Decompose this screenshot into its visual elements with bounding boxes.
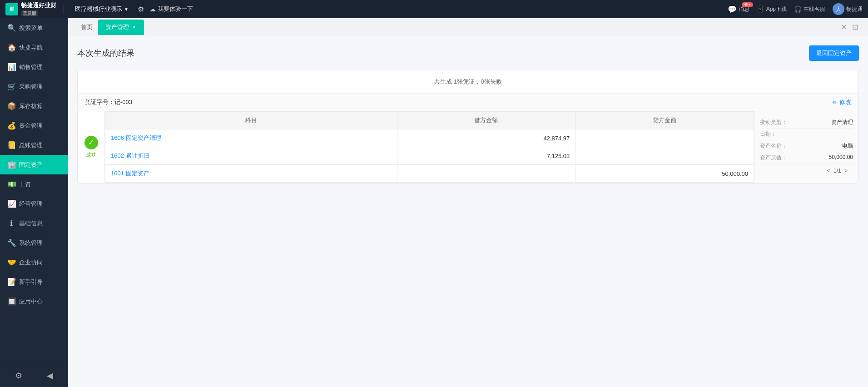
sidebar-label-ledger: 总账管理 [19, 141, 43, 149]
sidebar-label-sales: 销售管理 [19, 63, 43, 71]
voucher-table-wrap: 科目 借方金额 贷方金额 1606 固定资产清理 42,874.97 [105, 111, 754, 183]
sidebar-label-search: 搜索菜单 [19, 24, 43, 32]
app-name: 畅捷通好业财 [21, 1, 56, 10]
page-indicator: 1/1 [833, 168, 841, 174]
row1-debit: 42,874.97 [397, 129, 575, 147]
try-label: 我要体验一下 [158, 5, 193, 13]
change-type-value: 资产清理 [831, 119, 853, 126]
row2-subject[interactable]: 1602 累计折旧 [105, 147, 397, 165]
col-credit: 贷方金额 [575, 112, 754, 129]
col-debit: 借方金额 [397, 112, 575, 129]
try-button[interactable]: ☁ 我要体验一下 [149, 5, 193, 13]
next-page[interactable]: > [844, 168, 848, 174]
sidebar-label-app-center: 应用中心 [19, 298, 43, 306]
original-value-row: 资产原值： 50,000.00 [760, 152, 853, 164]
avatar-initial: 人 [836, 5, 841, 13]
tab-home[interactable]: 首页 [75, 20, 98, 35]
panel-close-button[interactable]: ✕ [838, 22, 849, 32]
page-content: 本次生成的结果 返回固定资产 共生成 1张凭证，0张失败 凭证字号：记-003 … [68, 36, 868, 387]
edit-icon: ✏ [833, 99, 838, 106]
status-column: ✓ 成功 [78, 111, 105, 183]
online-service-action[interactable]: 🎧 在线客服 [794, 5, 825, 13]
online-service-label: 在线客服 [804, 5, 825, 13]
user-action[interactable]: 人 畅捷通 [833, 3, 863, 15]
sidebar-item-quick-nav[interactable]: 🏠 快捷导航 [0, 38, 68, 57]
sidebar-scroll: 🔍 搜索菜单 🏠 快捷导航 📊 销售管理 🛒 采购管理 📦 库存核算 💰 [0, 18, 68, 364]
sidebar-collapse-button[interactable]: ◀ [35, 368, 64, 383]
app-download-label: App下载 [766, 5, 787, 13]
avatar: 人 [833, 3, 844, 15]
original-value-label: 资产原值： [760, 154, 787, 162]
page-title: 本次生成的结果 [77, 48, 134, 59]
sidebar-item-fixed-assets[interactable]: 🏢 固定资产 [0, 155, 68, 174]
content-area: 首页 资产管理 × ✕ ⊡ 本次生成的结果 返回固定资产 共生成 1张凭证，0张… [68, 18, 868, 387]
success-icon: ✓ [84, 136, 98, 149]
cloud-icon: ☁ [149, 5, 156, 13]
company-name: 医疗器械行业演示 [75, 5, 122, 13]
sidebar-item-enterprise[interactable]: 🤝 企业协同 [0, 253, 68, 272]
voucher-section: 凭证字号：记-003 ✏ 修改 ✓ 成功 [78, 94, 858, 183]
edit-button[interactable]: ✏ 修改 [833, 98, 851, 106]
sidebar-item-purchase[interactable]: 🛒 采购管理 [0, 77, 68, 96]
sidebar-item-finance[interactable]: 💰 资金管理 [0, 116, 68, 135]
sidebar-label-basic-info: 基础信息 [19, 219, 43, 228]
date-row: 日期： [760, 129, 853, 140]
sidebar-item-sales[interactable]: 📊 销售管理 [0, 57, 68, 77]
sidebar-item-payroll[interactable]: 💵 工资 [0, 174, 68, 194]
top-header: 财 畅捷通好业财 普及版 医疗器械行业演示 ▼ ⚙ ☁ 我要体验一下 💬 消息 … [0, 0, 868, 18]
row2-credit [575, 147, 754, 165]
table-row: 1602 累计折旧 7,125.03 [105, 147, 754, 165]
row1-subject[interactable]: 1606 固定资产清理 [105, 129, 397, 147]
col-subject: 科目 [105, 112, 397, 129]
message-badge: 99+ [742, 2, 753, 7]
asset-name-value: 电脑 [842, 142, 853, 150]
system-icon: 🔧 [7, 238, 15, 247]
panel-expand-button[interactable]: ⊡ [849, 22, 861, 32]
user-name: 畅捷通 [846, 5, 863, 13]
ledger-icon: 📒 [7, 141, 15, 149]
original-value-value: 50,000.00 [829, 154, 853, 162]
app-center-icon: 🔲 [7, 297, 15, 306]
row1-credit [575, 129, 754, 147]
message-icon: 💬 [728, 5, 737, 14]
sidebar-item-app-center[interactable]: 🔲 应用中心 [0, 292, 68, 311]
divider [64, 5, 64, 14]
sidebar-item-inventory[interactable]: 📦 库存核算 [0, 96, 68, 116]
purchase-icon: 🛒 [7, 82, 15, 91]
app-name-block: 畅捷通好业财 普及版 [21, 1, 56, 17]
sidebar-item-basic-info[interactable]: ℹ 基础信息 [0, 213, 68, 233]
header-right: 💬 消息 99+ 📱 App下载 🎧 在线客服 人 畅捷通 [728, 3, 863, 15]
tab-asset-management[interactable]: 资产管理 × [98, 20, 144, 35]
settings-gear-button[interactable]: ⚙ [136, 3, 146, 15]
header-left: 财 畅捷通好业财 普及版 医疗器械行业演示 ▼ ⚙ ☁ 我要体验一下 [5, 1, 193, 17]
message-action[interactable]: 💬 消息 99+ [728, 5, 749, 14]
result-panel: 共生成 1张凭证，0张失败 凭证字号：记-003 ✏ 修改 ✓ [77, 70, 859, 184]
sidebar-item-ledger[interactable]: 📒 总账管理 [0, 135, 68, 155]
return-button[interactable]: 返回固定资产 [809, 45, 859, 61]
sidebar-item-system[interactable]: 🔧 系统管理 [0, 233, 68, 253]
table-row: 1601 固定资产 50,000.00 [105, 165, 754, 183]
company-selector[interactable]: 医疗器械行业演示 ▼ [71, 3, 132, 15]
guide-icon: 📝 [7, 278, 15, 286]
pagination: < 1/1 > [760, 164, 853, 178]
edit-label: 修改 [839, 98, 851, 106]
app-download-action[interactable]: 📱 App下载 [757, 5, 787, 13]
status-text: 成功 [86, 151, 97, 159]
finance-icon: 💰 [7, 121, 15, 130]
tab-close-button[interactable]: × [132, 24, 137, 30]
sidebar-item-operations[interactable]: 📈 经营管理 [0, 194, 68, 213]
sidebar-settings-button[interactable]: ⚙ [4, 368, 33, 383]
sidebar-label-finance: 资金管理 [19, 122, 43, 130]
sidebar-label-inventory: 库存核算 [19, 102, 43, 110]
sidebar-item-search[interactable]: 🔍 搜索菜单 [0, 18, 68, 38]
version-tag: 普及版 [21, 10, 38, 16]
sidebar-label-guide: 新手引导 [19, 278, 43, 286]
sidebar-label-operations: 经营管理 [19, 200, 43, 208]
voucher-header: 凭证字号：记-003 ✏ 修改 [78, 94, 858, 111]
headset-icon: 🎧 [794, 5, 802, 13]
row3-subject[interactable]: 1601 固定资产 [105, 165, 397, 183]
prev-page[interactable]: < [827, 168, 830, 174]
sidebar-label-quick-nav: 快捷导航 [19, 44, 43, 52]
voucher-table: 科目 借方金额 贷方金额 1606 固定资产清理 42,874.97 [105, 111, 754, 183]
sidebar-item-guide[interactable]: 📝 新手引导 [0, 272, 68, 292]
